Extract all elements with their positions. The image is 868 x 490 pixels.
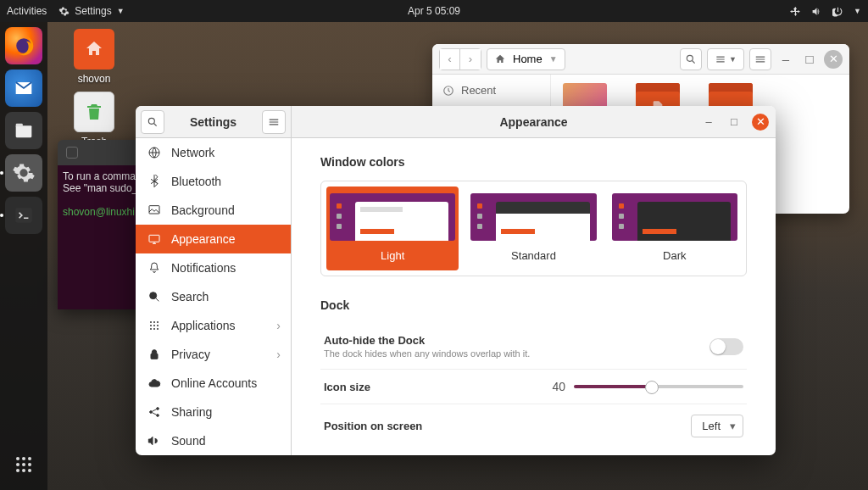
sidebar-item-applications[interactable]: Applications› (136, 311, 291, 340)
view-options-button[interactable]: ▼ (707, 48, 744, 70)
sidebar-item-search[interactable]: Search (136, 282, 291, 311)
bell-icon (147, 261, 161, 275)
sidebar-item-network[interactable]: Network (136, 138, 291, 167)
sidebar-item-sound[interactable]: Sound (136, 426, 291, 455)
svg-point-6 (28, 457, 31, 460)
files-nav-buttons: ‹ › (439, 48, 481, 70)
svg-rect-3 (15, 208, 32, 222)
appearance-icon (147, 232, 161, 246)
close-button[interactable]: ✕ (824, 50, 843, 69)
dock-thunderbird[interactable] (5, 70, 42, 107)
dock-settings-section: Auto-hide the Dock The dock hides when a… (320, 324, 747, 448)
svg-point-23 (150, 325, 152, 326)
topbar-system-menu[interactable]: ▼ (790, 6, 861, 17)
activities-button[interactable]: Activities (7, 5, 47, 17)
clock-icon (442, 85, 454, 97)
autohide-row: Auto-hide the Dock The dock hides when a… (320, 324, 747, 370)
network-icon (147, 146, 161, 159)
firefox-icon (11, 33, 36, 58)
menu-icon (268, 116, 280, 128)
svg-point-13 (687, 55, 693, 61)
minimize-button[interactable]: – (701, 114, 716, 130)
settings-search-button[interactable] (141, 110, 164, 134)
gnome-top-bar: Activities Settings ▼ Apr 5 05:09 ▼ (0, 0, 868, 22)
files-icon (12, 119, 36, 142)
theme-light-preview (330, 193, 455, 241)
svg-rect-17 (149, 206, 159, 214)
sidebar-item-appearance[interactable]: Appearance (136, 225, 291, 253)
chevron-down-icon: ▼ (549, 54, 558, 64)
files-pathbar[interactable]: Home ▼ (487, 48, 565, 70)
maximize-button[interactable]: □ (726, 114, 742, 130)
autohide-switch[interactable] (709, 338, 743, 355)
settings-menu-button[interactable] (262, 110, 286, 134)
apps-grid-icon (14, 454, 34, 475)
search-icon (147, 116, 159, 128)
lock-icon (147, 348, 161, 361)
sidebar-item-notifications[interactable]: Notifications (136, 253, 291, 282)
svg-point-22 (157, 321, 159, 323)
theme-standard-preview (470, 193, 596, 241)
search-button[interactable] (680, 48, 702, 70)
dock-firefox[interactable] (5, 27, 42, 64)
background-icon (147, 203, 161, 217)
svg-point-26 (150, 328, 152, 330)
terminal-menu-button[interactable] (66, 147, 78, 159)
dock-settings[interactable] (5, 154, 42, 192)
search-icon (685, 53, 697, 65)
svg-point-9 (28, 463, 31, 466)
power-icon (832, 6, 843, 17)
theme-light[interactable]: Light (326, 187, 459, 270)
svg-point-20 (150, 321, 152, 323)
minimize-button[interactable]: – (776, 50, 795, 69)
settings-headerbar: Settings Appearance – □ ✕ (136, 106, 776, 138)
share-icon (147, 405, 161, 419)
search-icon (147, 290, 161, 303)
theme-standard[interactable]: Standard (467, 187, 599, 270)
settings-sidebar-title: Settings (164, 115, 262, 129)
hamburger-menu-button[interactable] (749, 48, 771, 70)
autohide-label: Auto-hide the Dock (324, 334, 530, 347)
nav-back-button[interactable]: ‹ (440, 49, 460, 70)
icon-size-label: Icon size (324, 381, 370, 393)
apps-icon (147, 319, 161, 332)
volume-icon (811, 6, 822, 17)
sidebar-recent[interactable]: Recent (432, 80, 550, 101)
close-button[interactable]: ✕ (752, 114, 769, 131)
settings-icon (58, 6, 70, 17)
show-applications-button[interactable] (5, 446, 42, 483)
topbar-app-menu[interactable]: Settings ▼ (58, 5, 124, 17)
sidebar-item-bluetooth[interactable]: Bluetooth (136, 167, 291, 196)
sidebar-item-privacy[interactable]: Privacy› (136, 340, 291, 369)
sidebar-item-online-accounts[interactable]: Online Accounts (136, 369, 291, 398)
dock-terminal[interactable] (5, 197, 42, 234)
sidebar-item-sharing[interactable]: Sharing (136, 398, 291, 426)
svg-rect-29 (151, 354, 158, 359)
svg-point-25 (157, 325, 159, 326)
maximize-button[interactable]: □ (800, 50, 819, 69)
svg-rect-2 (16, 124, 23, 127)
position-select[interactable]: Left (691, 415, 743, 437)
dock-heading: Dock (320, 298, 747, 312)
settings-window[interactable]: Settings Appearance – □ ✕ Network Blueto… (136, 106, 776, 455)
icon-size-slider[interactable] (574, 385, 743, 388)
sound-icon (147, 434, 161, 448)
nav-forward-button[interactable]: › (460, 49, 481, 70)
svg-point-19 (150, 292, 157, 299)
chevron-right-icon: › (276, 348, 281, 361)
svg-point-28 (157, 328, 159, 330)
desktop-home-folder[interactable]: shovon (64, 29, 124, 85)
chevron-right-icon: › (276, 319, 281, 332)
position-row: Position on screen Left (320, 404, 747, 448)
settings-content: Window colors Light (292, 138, 776, 455)
svg-point-24 (153, 325, 155, 326)
svg-point-11 (22, 469, 25, 472)
thunderbird-icon (12, 76, 36, 100)
dock-files[interactable] (5, 112, 42, 149)
sidebar-item-background[interactable]: Background (136, 196, 291, 225)
autohide-sublabel: The dock hides when any windows overlap … (324, 348, 530, 359)
bluetooth-icon (147, 175, 161, 188)
icon-size-value: 40 (552, 380, 565, 393)
theme-dark[interactable]: Dark (609, 187, 741, 270)
topbar-clock[interactable]: Apr 5 05:09 (408, 5, 460, 17)
